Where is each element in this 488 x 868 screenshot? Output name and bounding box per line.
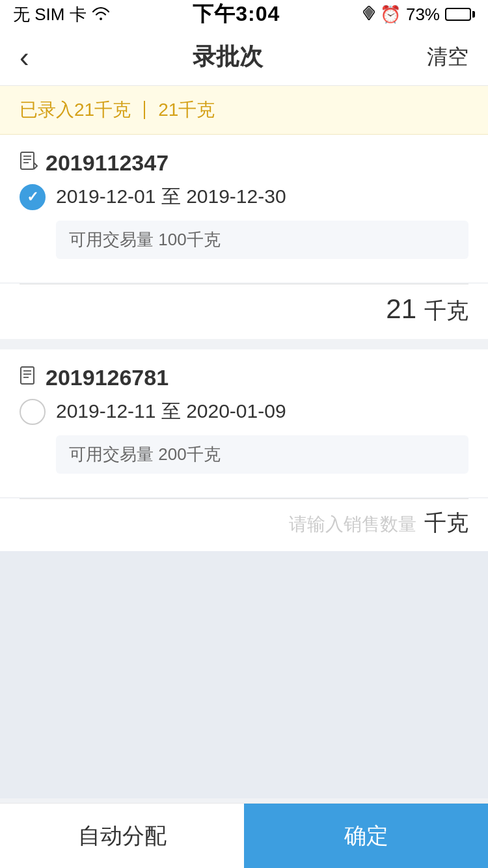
auto-distribute-button[interactable]: 自动分配 — [0, 804, 244, 868]
amount-row-1: 21 千克 — [20, 291, 468, 336]
batch-date-1: 2019-12-01 至 2019-12-30 — [56, 183, 286, 210]
section-separator — [0, 339, 488, 349]
svg-rect-0 — [21, 152, 34, 169]
radio-1[interactable]: ✓ — [20, 184, 46, 210]
status-right: ⏰ 73% — [363, 5, 475, 25]
batch-doc-icon-2 — [20, 366, 39, 390]
batch-header-2: 2019126781 — [20, 365, 468, 390]
location-icon — [363, 5, 375, 25]
availability-text-1: 可用交易量 100千克 — [69, 230, 221, 249]
confirm-button[interactable]: 确定 — [244, 804, 488, 868]
status-bar: 无 SIM 卡 下午3:04 ⏰ 73% — [0, 0, 488, 29]
blank-area — [0, 551, 488, 798]
summary-value: 21千克 — [158, 98, 215, 122]
no-sim-label: 无 SIM 卡 — [13, 3, 87, 26]
back-button[interactable]: ‹ — [20, 43, 29, 72]
battery-percent: 73% — [406, 5, 440, 25]
input-row-2: 千克 — [20, 506, 468, 549]
clear-button[interactable]: 清空 — [427, 43, 468, 72]
quantity-input-2[interactable] — [234, 509, 416, 536]
battery-icon — [445, 8, 475, 21]
batch-id-1: 2019112347 — [46, 150, 169, 176]
status-left: 无 SIM 卡 — [13, 3, 110, 26]
page-title: 录批次 — [193, 41, 263, 73]
amount-container-1: 21 千克 — [0, 284, 488, 339]
batch-date-row-2: 2019-12-11 至 2020-01-09 — [20, 398, 468, 425]
availability-box-1: 可用交易量 100千克 — [56, 221, 468, 259]
input-divider-2 — [20, 498, 468, 499]
input-container-2: 千克 — [0, 498, 488, 551]
batch-card-1: 2019112347 ✓ 2019-12-01 至 2019-12-30 可用交… — [0, 135, 488, 282]
status-time: 下午3:04 — [193, 0, 280, 29]
input-unit-2: 千克 — [424, 508, 468, 538]
alarm-icon: ⏰ — [380, 5, 401, 25]
availability-text-2: 可用交易量 200千克 — [69, 444, 221, 464]
content-area: 2019112347 ✓ 2019-12-01 至 2019-12-30 可用交… — [0, 135, 488, 863]
batch-card-2: 2019126781 2019-12-11 至 2020-01-09 可用交易量… — [0, 349, 488, 497]
batch-doc-icon-1 — [20, 151, 39, 176]
amount-unit-1: 千克 — [424, 296, 468, 326]
amount-divider-1 — [20, 284, 468, 284]
amount-value-1: 21 — [386, 293, 416, 325]
batch-header-1: 2019112347 — [20, 150, 468, 176]
svg-rect-4 — [21, 367, 34, 384]
summary-label: 已录入21千克 — [20, 98, 131, 122]
batch-date-row-1: ✓ 2019-12-01 至 2019-12-30 — [20, 183, 468, 210]
summary-bar: 已录入21千克 21千克 — [0, 86, 488, 135]
wifi-icon — [92, 5, 110, 25]
bottom-bar: 自动分配 确定 — [0, 803, 488, 868]
batch-date-2: 2019-12-11 至 2020-01-09 — [56, 398, 286, 425]
nav-bar: ‹ 录批次 清空 — [0, 29, 488, 86]
check-icon-1: ✓ — [27, 189, 38, 206]
radio-2[interactable] — [20, 399, 46, 425]
summary-divider — [144, 101, 145, 119]
batch-id-2: 2019126781 — [46, 365, 169, 390]
availability-box-2: 可用交易量 200千克 — [56, 435, 468, 474]
